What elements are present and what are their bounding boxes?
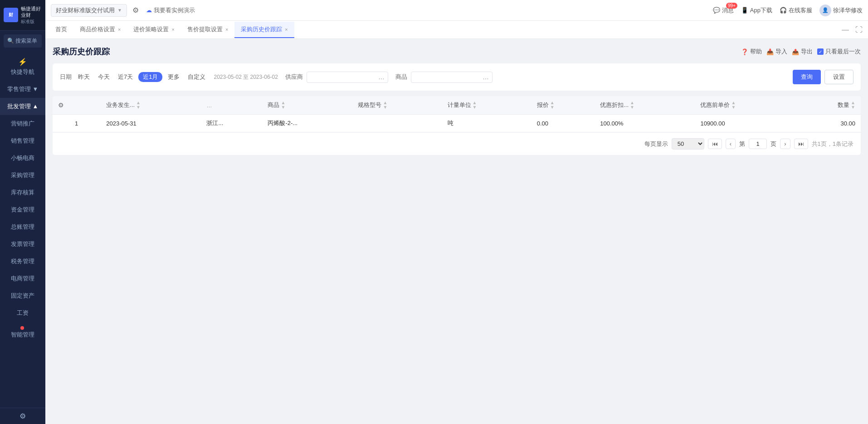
sidebar-item-invoice[interactable]: 发票管理 (0, 236, 45, 253)
unit-sort[interactable]: 计量单位 ▲▼ (448, 101, 526, 110)
pagination-bar: 每页显示 50 20 100 ⏮ ‹ 第 页 › ⏭ 共1页，1条记录 (53, 132, 861, 155)
col-more-dots-icon[interactable]: … (206, 102, 212, 109)
col-settings-header: ⚙ (53, 96, 69, 115)
search-menu-button[interactable]: 🔍 搜索菜单 (4, 34, 42, 48)
page-content: 采购历史价跟踪 ❓ 帮助 📥 导入 📤 导出 只看最后一次 (45, 39, 868, 424)
tab-sale-extract-close-icon[interactable]: × (225, 27, 228, 32)
demo-link[interactable]: ☁ 我要看实例演示 (146, 6, 195, 14)
product-dots-icon[interactable]: … (483, 73, 489, 81)
tab-minimize-button[interactable]: — (840, 24, 851, 36)
date-option-more[interactable]: 更多 (165, 72, 182, 82)
date-option-today[interactable]: 今天 (95, 72, 112, 82)
settings-button[interactable]: 设置 (824, 70, 853, 84)
supplier-dots-icon[interactable]: … (378, 73, 385, 81)
tab-maximize-button[interactable]: ⛶ (853, 24, 864, 36)
sidebar: 财 畅捷通好业财 标准版 🔍 搜索菜单 ⚡ 快捷导航 零售管理 ▼ 批发管理 ▲… (0, 0, 45, 424)
col-price-header[interactable]: 报价 ▲▼ (532, 96, 595, 115)
price-sort[interactable]: 报价 ▲▼ (537, 101, 590, 110)
sidebar-item-sales[interactable]: 销售管理 (0, 132, 45, 149)
discount-sort[interactable]: 优惠折扣... ▲▼ (600, 101, 689, 110)
spec-sort[interactable]: 规格型号 ▲▼ (358, 101, 436, 110)
column-settings-icon[interactable]: ⚙ (58, 101, 64, 109)
tab-product-price[interactable]: 商品价格设置 × (73, 22, 127, 38)
sidebar-item-ledger[interactable]: 总账管理 (0, 218, 45, 236)
tab-sale-extract[interactable]: 售价提取设置 × (181, 22, 234, 38)
tab-home[interactable]: 首页 (49, 22, 73, 38)
col-product-header[interactable]: 商品 ▲▼ (262, 96, 352, 115)
sidebar-item-salary[interactable]: 工资 (0, 304, 45, 322)
tab-cost-strategy[interactable]: 进价策略设置 × (127, 22, 180, 38)
sidebar-item-finance[interactable]: 资金管理 (0, 201, 45, 218)
topbar: 好业财标准版交付试用 ▼ ⚙ ☁ 我要看实例演示 💬 消息 99+ 📱 App下… (45, 0, 868, 21)
date-option-yesterday[interactable]: 昨天 (75, 72, 93, 82)
col-spec-header[interactable]: 规格型号 ▲▼ (352, 96, 442, 115)
date-option-1month[interactable]: 近1月 (138, 72, 162, 82)
row-spec-cell (352, 115, 442, 132)
table-header-row: ⚙ 业务发生... ▲▼ … (53, 96, 861, 115)
supplier-input[interactable] (307, 72, 388, 83)
date-sort[interactable]: 业务发生... ▲▼ (106, 101, 195, 110)
version-selector[interactable]: 好业财标准版交付试用 ▼ (51, 4, 127, 17)
product-filter-group: 商品 … (395, 72, 493, 83)
date-option-7days[interactable]: 近7天 (115, 72, 136, 82)
tab-purchase-history[interactable]: 采购历史价跟踪 × (234, 22, 294, 38)
page-input[interactable] (749, 139, 767, 149)
page-suffix: 页 (770, 140, 776, 148)
user-menu-button[interactable]: 👤 徐泽华修改 (819, 5, 863, 16)
col-date-header[interactable]: 业务发生... ▲▼ (101, 96, 201, 115)
inventory-label: 库存核算 (11, 188, 34, 197)
col-unit-header[interactable]: 计量单位 ▲▼ (442, 96, 532, 115)
prev-page-button[interactable]: ‹ (726, 139, 736, 149)
first-page-button[interactable]: ⏮ (708, 139, 722, 149)
date-options: 昨天 今天 近7天 近1月 更多 自定义 (75, 72, 208, 82)
app-download-button[interactable]: 📱 App下载 (741, 6, 772, 14)
sidebar-item-wholesale[interactable]: 批发管理 ▲ (0, 98, 45, 115)
sidebar-item-ai[interactable]: 智能管理 (0, 322, 45, 343)
help-button[interactable]: ❓ 帮助 (741, 48, 762, 56)
sidebar-item-inventory[interactable]: 库存核算 (0, 184, 45, 201)
tab-product-price-close-icon[interactable]: × (118, 27, 121, 32)
sidebar-item-ecom[interactable]: 电商管理 (0, 270, 45, 287)
sidebar-settings-icon[interactable]: ⚙ (20, 412, 26, 420)
query-button[interactable]: 查询 (793, 70, 821, 84)
logo-icon: 财 (4, 8, 18, 22)
date-option-custom[interactable]: 自定义 (185, 72, 208, 82)
online-service-button[interactable]: 🎧 在线客服 (780, 6, 812, 14)
col-quantity-header[interactable]: 数量 ▲▼ (797, 96, 861, 115)
only-last-checkbox[interactable] (817, 48, 824, 55)
last-page-button[interactable]: ⏭ (794, 139, 808, 149)
product-filter-label: 商品 (395, 73, 407, 81)
sidebar-item-retail[interactable]: 零售管理 ▼ (0, 81, 45, 98)
export-button[interactable]: 📤 导出 (792, 48, 813, 56)
col-unit-price-header[interactable]: 优惠前单价 ▲▼ (695, 96, 797, 115)
sidebar-item-marketing[interactable]: 营销推广 (0, 115, 45, 132)
tab-purchase-history-close-icon[interactable]: × (285, 27, 288, 32)
finance-label: 资金管理 (11, 206, 34, 214)
unit-price-sort[interactable]: 优惠前单价 ▲▼ (700, 101, 792, 110)
row-unit-price-cell: 10900.00 (695, 115, 797, 132)
row-date-cell: 2023-05-31 (101, 115, 201, 132)
topbar-settings-button[interactable]: ⚙ (131, 4, 141, 16)
import-button[interactable]: 📥 导入 (766, 48, 787, 56)
next-page-button[interactable]: › (780, 139, 790, 149)
quantity-sort[interactable]: 数量 ▲▼ (803, 101, 855, 110)
tab-cost-strategy-close-icon[interactable]: × (171, 27, 174, 32)
sidebar-item-tax[interactable]: 税务管理 (0, 253, 45, 270)
date-sort-icon: ▲▼ (136, 101, 141, 110)
product-sort[interactable]: 商品 ▲▼ (268, 101, 347, 110)
product-input-wrap: … (411, 72, 493, 83)
col-discount-header[interactable]: 优惠折扣... ▲▼ (595, 96, 695, 115)
sidebar-item-quick-nav[interactable]: ⚡ 快捷导航 (0, 53, 45, 81)
sidebar-item-purchase[interactable]: 采购管理 (0, 167, 45, 184)
wholesale-expand: 批发管理 ▲ (7, 102, 39, 111)
sidebar-item-ecom-small[interactable]: 小畅电商 (0, 149, 45, 167)
ai-label: 智能管理 (11, 331, 34, 339)
notifications-button[interactable]: 💬 消息 99+ (713, 6, 734, 14)
app-download-label: App下载 (750, 6, 772, 14)
row-product-cell: 丙烯酸-2-... (262, 115, 352, 132)
ecom-label: 电商管理 (11, 275, 34, 283)
col-spec-label: 规格型号 (358, 101, 381, 109)
per-page-select[interactable]: 50 20 100 (672, 138, 704, 149)
sidebar-item-assets[interactable]: 固定资产 (0, 287, 45, 304)
product-input[interactable] (411, 72, 493, 83)
